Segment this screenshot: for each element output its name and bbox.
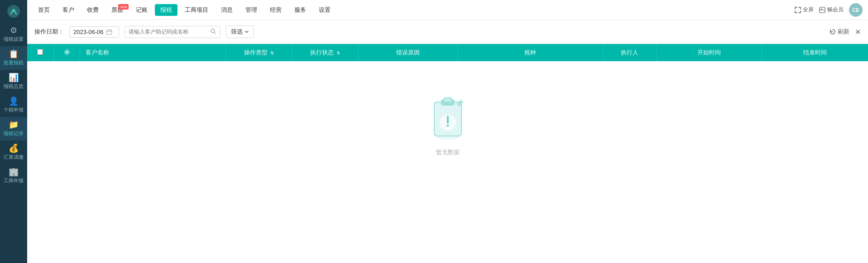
nav-items: 首页 客户 收费 票据 new 记账 报税 工商项目 消息: [33, 4, 795, 16]
search-button[interactable]: [206, 26, 220, 38]
toolbar-actions: 刷新 ✕: [830, 28, 861, 36]
column-settings-icon[interactable]: [64, 49, 70, 55]
th-end-time: 结束时间: [762, 44, 868, 61]
th-status: 执行状态 ⇅: [292, 44, 358, 61]
sidebar-item-geshuishenbao[interactable]: 👤 个税申报: [0, 93, 27, 117]
th-op-type: 操作类型 ⇅: [226, 44, 292, 61]
date-label: 操作日期：: [34, 28, 64, 36]
sidebar-item-baoshui-zonlan[interactable]: 📊 报税总览: [0, 70, 27, 93]
nav-jingying[interactable]: 经营: [264, 4, 287, 16]
th-settings: [53, 44, 80, 61]
empty-text: 暂无数据: [436, 148, 460, 156]
settlement-icon: 💰: [9, 144, 19, 152]
nav-xiaoxi[interactable]: 消息: [216, 4, 238, 16]
nav-jizha[interactable]: 记账: [130, 4, 153, 16]
annual-report-icon: 🏢: [9, 168, 19, 176]
page-content: 操作日期： 2023-06-06 筛选: [27, 20, 868, 263]
th-start-time: 开始时间: [656, 44, 762, 61]
main-content: 首页 客户 收费 票据 new 记账 报税 工商项目 消息: [27, 0, 868, 263]
page-toolbar: 操作日期： 2023-06-06 筛选: [27, 20, 868, 44]
batch-tax-icon: 📋: [9, 50, 19, 58]
sidebar-item-huisuanjiaona[interactable]: 💰 汇算清缴: [0, 141, 27, 164]
status-sort-icon: ⇅: [336, 50, 340, 55]
svg-point-11: [436, 135, 459, 140]
nav-baoshui[interactable]: 报税: [155, 4, 177, 16]
th-executor: 执行人: [603, 44, 656, 61]
data-table-wrap: 客户名称 操作类型 ⇅ 执行状态 ⇅ 错误原因: [27, 44, 868, 263]
search-input[interactable]: [125, 27, 206, 37]
empty-state: 暂无数据: [27, 61, 868, 184]
filter-button[interactable]: 筛选: [226, 25, 254, 38]
search-container: [125, 26, 221, 38]
th-error: 错误原因: [358, 44, 457, 61]
overview-icon: 📊: [9, 73, 19, 82]
refresh-icon: [830, 29, 836, 35]
nav-guanli[interactable]: 管理: [240, 4, 263, 16]
op-type-sort-icon: ⇅: [270, 50, 274, 55]
select-all-checkbox[interactable]: [37, 49, 43, 55]
svg-rect-3: [107, 30, 112, 34]
nav-shezhi[interactable]: 设置: [313, 4, 336, 16]
fullscreen-button[interactable]: 全屏: [795, 6, 814, 14]
sidebar-item-baoshuijilu[interactable]: 📁 报税记录: [0, 117, 27, 141]
refresh-button[interactable]: 刷新: [830, 28, 849, 36]
th-customer-name: 客户名称: [80, 44, 226, 61]
th-checkbox: [27, 44, 53, 61]
member-icon: [819, 7, 825, 13]
user-avatar[interactable]: CE: [849, 3, 863, 17]
chevron-down-icon: [245, 29, 249, 34]
nav-customer[interactable]: 客户: [57, 4, 80, 16]
data-table: 客户名称 操作类型 ⇅ 执行状态 ⇅ 错误原因: [27, 44, 868, 61]
nav-home[interactable]: 首页: [33, 4, 55, 16]
nav-gongshang[interactable]: 工商项目: [179, 4, 214, 16]
calendar-icon: [106, 29, 112, 35]
record-icon: 📁: [9, 121, 19, 129]
sidebar-item-baoshui-shezhi[interactable]: ⚙ 报税设置: [0, 23, 27, 46]
svg-rect-8: [444, 97, 452, 102]
close-button[interactable]: ✕: [855, 28, 861, 36]
sidebar-item-gongshangnianb[interactable]: 🏢 工商年报: [0, 164, 27, 188]
nav-piaojv[interactable]: 票据 new: [106, 4, 129, 16]
settings-icon: ⚙: [10, 26, 17, 34]
sidebar-item-piliang-baoshui[interactable]: 📋 批量报税: [0, 46, 27, 70]
top-navigation: 首页 客户 收费 票据 new 记账 报税 工商项目 消息: [27, 0, 868, 20]
date-picker[interactable]: 2023-06-06: [69, 26, 119, 38]
th-tax: 税种: [457, 44, 603, 61]
search-icon: [210, 28, 216, 34]
nav-shoufei[interactable]: 收费: [82, 4, 104, 16]
sidebar: ⚙ 报税设置 📋 批量报税 📊 报税总览 👤 个税申报 📁 报税记录 💰 汇算清…: [0, 0, 27, 263]
personal-tax-icon: 👤: [9, 97, 19, 105]
fullscreen-icon: [795, 7, 801, 13]
svg-point-1: [12, 9, 15, 12]
topnav-right-actions: 全屏 畅会员 CE: [795, 3, 863, 17]
empty-illustration: [421, 88, 475, 143]
svg-point-5: [66, 51, 68, 53]
svg-point-4: [211, 29, 215, 33]
sidebar-logo: [0, 0, 27, 23]
new-badge: new: [118, 4, 129, 10]
nav-fuwu[interactable]: 服务: [289, 4, 312, 16]
svg-point-10: [446, 125, 448, 127]
member-button[interactable]: 畅会员: [819, 6, 844, 14]
